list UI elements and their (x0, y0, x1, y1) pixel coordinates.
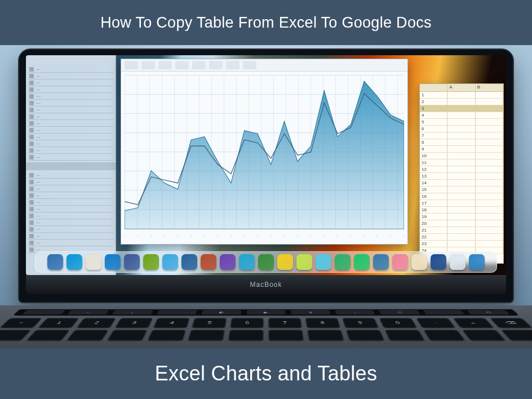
table-row: 19 (420, 214, 503, 220)
touch-bar: ○⌄◐▶⏸↑⊂◻ (13, 309, 519, 316)
table-row: 20 (420, 220, 503, 227)
bottom-banner: Excel Charts and Tables (0, 348, 532, 399)
sidebar-row: — (28, 127, 113, 134)
chart-window: ······················ (121, 59, 408, 245)
keyboard-key: 7 (268, 318, 302, 327)
keyboard-key (268, 330, 304, 340)
table-row: 14 (420, 180, 503, 187)
table-row: 7 (420, 132, 503, 139)
table-row: 15 (420, 187, 503, 193)
keyboard-key (346, 330, 384, 340)
dock-app-icon[interactable] (162, 254, 178, 270)
chart-x-axis: ······················ (125, 234, 404, 238)
table-row: 2 (420, 99, 503, 105)
table-row: 4 (420, 112, 503, 119)
chart-svg (125, 75, 404, 229)
touchbar-key: ↑ (335, 310, 375, 314)
dock-app-icon[interactable] (47, 254, 63, 270)
keyboard-key: 9 (342, 318, 379, 327)
keyboard-key (423, 330, 465, 340)
dock-app-icon[interactable] (392, 254, 408, 270)
laptop-chin: MacBook (26, 275, 506, 294)
table-row: 22 (420, 234, 503, 241)
dock-app-icon[interactable] (354, 254, 370, 270)
sidebar-row: — (28, 226, 113, 233)
sidebar-row: — (28, 107, 113, 113)
keyboard-key (26, 330, 70, 340)
dock-app-icon[interactable] (66, 254, 82, 270)
data-table-window: A B 123456789101112131415161718192021222… (419, 83, 504, 264)
dock-app-icon[interactable] (239, 254, 255, 270)
touchbar-key (423, 310, 466, 314)
keyboard-key: 6 (230, 318, 263, 327)
sidebar-row: — (28, 140, 113, 147)
table-row: 8 (420, 139, 503, 146)
sidebar-row: — (28, 73, 113, 79)
table-row: 3 (420, 105, 503, 112)
dock-app-icon[interactable] (450, 254, 466, 270)
dock-app-icon[interactable] (201, 254, 216, 270)
sidebar-row: — (28, 192, 113, 199)
keyboard-key (148, 330, 186, 340)
table-row: 12 (420, 166, 503, 173)
keyboard-key: ⌫ (490, 318, 532, 327)
touchbar-key: ▶ (246, 310, 285, 314)
table-row: 21 (420, 227, 503, 234)
keyboard-key: 5 (192, 318, 227, 327)
dock-app-icon[interactable] (143, 254, 159, 270)
sidebar-row: — (28, 86, 113, 93)
hero-stage: —————————————————————————— (0, 45, 532, 348)
dock-app-icon[interactable] (124, 254, 140, 270)
sidebar-row: — (28, 147, 113, 154)
keyboard-key: 0 (379, 318, 417, 327)
keyboard-key (67, 330, 109, 340)
dock-app-icon[interactable] (373, 254, 389, 270)
table-header: A B (420, 84, 503, 92)
sidebar-row: — (28, 100, 113, 107)
table-row: 5 (420, 119, 503, 126)
sidebar-row: — (28, 79, 113, 86)
dock-app-icon[interactable] (86, 254, 101, 270)
dock-app-icon[interactable] (469, 254, 485, 270)
sidebar-header (28, 57, 113, 64)
keyboard-key (462, 330, 506, 340)
touchbar-key: ⌄ (112, 310, 153, 314)
table-row: 9 (420, 146, 503, 153)
keyboard-key: 8 (305, 318, 340, 327)
sidebar-row: — (28, 120, 113, 127)
keyboard-key: - (416, 318, 455, 327)
table-row: 11 (420, 159, 503, 166)
dock-app-icon[interactable] (296, 254, 312, 270)
keyboard-key (307, 330, 344, 340)
sidebar-row: — (28, 233, 113, 240)
sidebar-row: — (28, 212, 113, 219)
keyboard-key (501, 330, 532, 340)
spreadsheet-sidebar: —————————————————————————— (26, 55, 116, 275)
table-row: 17 (420, 200, 503, 207)
dock-app-icon[interactable] (316, 254, 331, 270)
dock-app-icon[interactable] (277, 254, 293, 270)
laptop-screen: —————————————————————————— (26, 55, 506, 275)
keyboard-key (0, 330, 31, 340)
table-row: 6 (420, 126, 503, 132)
key-row: ~1234567890-=⌫ (0, 318, 532, 327)
chart-plot-area (125, 75, 404, 229)
dock-app-icon[interactable] (220, 254, 236, 270)
dock-app-icon[interactable] (335, 254, 351, 270)
dock-app-icon[interactable] (105, 254, 121, 270)
sidebar-row: — (28, 240, 113, 246)
screen-bezel: —————————————————————————— (18, 48, 514, 303)
touchbar-key (22, 310, 65, 314)
touchbar-key: ○ (67, 310, 109, 314)
touchbar-key: ◐ (202, 310, 241, 314)
dock-app-icon[interactable] (181, 254, 197, 270)
laptop-mockup: —————————————————————————— (18, 48, 514, 303)
table-row: 13 (420, 173, 503, 180)
table-row: 16 (420, 193, 503, 200)
keyboard-key (385, 330, 425, 340)
chart-toolbar (121, 59, 407, 72)
table-row: 1 (420, 92, 503, 99)
dock-app-icon[interactable] (258, 254, 274, 270)
dock-app-icon[interactable] (431, 254, 446, 270)
dock-app-icon[interactable] (411, 254, 427, 270)
